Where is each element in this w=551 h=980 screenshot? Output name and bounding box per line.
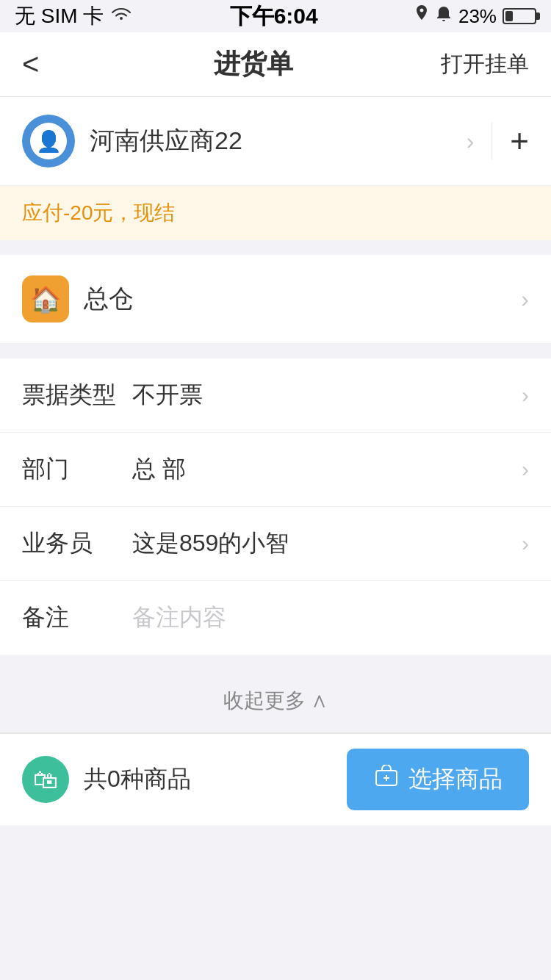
invoice-chevron-icon: › xyxy=(522,383,529,408)
warehouse-label: 总仓 xyxy=(84,282,521,316)
status-right: 23% xyxy=(414,5,536,28)
salesperson-chevron-icon: › xyxy=(522,531,529,556)
salesperson-row[interactable]: 业务员 这是859的小智 › xyxy=(0,507,551,581)
content: 👤 河南供应商22 › + 应付-20元，现结 🏠 总仓 › 票据类型 不开票 … xyxy=(0,97,551,980)
carrier-label: 无 SIM 卡 xyxy=(15,2,104,30)
back-button[interactable]: < xyxy=(22,48,66,81)
department-chevron-icon: › xyxy=(522,457,529,482)
supplier-row[interactable]: 👤 河南供应商22 › + xyxy=(0,97,551,186)
cart-icon: 🛍 xyxy=(33,765,58,794)
goods-count-label: 共0种商品 xyxy=(84,763,347,796)
person-icon: 👤 xyxy=(36,129,62,154)
supplier-avatar: 👤 xyxy=(22,115,75,167)
select-goods-cart-icon xyxy=(373,765,400,794)
invoice-type-value: 不开票 xyxy=(118,379,522,411)
remark-label: 备注 xyxy=(22,602,118,634)
status-left: 无 SIM 卡 xyxy=(15,2,133,30)
battery-label: 23% xyxy=(458,5,497,28)
bottom-bar: 🛍 共0种商品 选择商品 xyxy=(0,733,551,825)
warehouse-icon: 🏠 xyxy=(30,284,61,314)
add-supplier-button[interactable]: + xyxy=(510,123,529,159)
battery-icon xyxy=(503,8,536,24)
remark-input[interactable]: 备注内容 xyxy=(118,602,529,634)
collapse-label: 收起更多 ∧ xyxy=(223,687,328,715)
select-goods-label: 选择商品 xyxy=(408,763,503,796)
salesperson-label: 业务员 xyxy=(22,527,118,560)
open-pending-button[interactable]: 打开挂单 xyxy=(441,49,529,79)
alarm-icon xyxy=(435,5,453,28)
department-value: 总 部 xyxy=(118,453,522,486)
avatar-inner: 👤 xyxy=(30,123,67,159)
goods-icon-bg: 🛍 xyxy=(22,756,69,803)
vertical-divider xyxy=(491,123,492,159)
department-row[interactable]: 部门 总 部 › xyxy=(0,433,551,507)
wifi-icon xyxy=(109,4,133,28)
page-title: 进货单 xyxy=(214,46,293,82)
salesperson-value: 这是859的小智 xyxy=(118,527,522,560)
location-icon xyxy=(414,5,429,28)
supplier-name: 河南供应商22 xyxy=(90,124,467,158)
remark-row[interactable]: 备注 备注内容 xyxy=(0,581,551,655)
status-time: 下午6:04 xyxy=(230,1,318,32)
status-bar: 无 SIM 卡 下午6:04 23% xyxy=(0,0,551,32)
supplier-card: 👤 河南供应商22 › + 应付-20元，现结 xyxy=(0,97,551,240)
nav-bar: < 进货单 打开挂单 xyxy=(0,32,551,97)
warehouse-icon-bg: 🏠 xyxy=(22,275,69,323)
department-label: 部门 xyxy=(22,453,118,486)
invoice-type-label: 票据类型 xyxy=(22,379,118,411)
supplier-chevron-icon: › xyxy=(467,128,475,155)
invoice-type-row[interactable]: 票据类型 不开票 › xyxy=(0,359,551,433)
warehouse-chevron-icon: › xyxy=(521,286,529,313)
select-goods-button[interactable]: 选择商品 xyxy=(347,749,529,810)
warehouse-card: 🏠 总仓 › xyxy=(0,255,551,344)
warehouse-row[interactable]: 🏠 总仓 › xyxy=(0,255,551,344)
collapse-row[interactable]: 收起更多 ∧ xyxy=(0,669,551,733)
supplier-alert: 应付-20元，现结 xyxy=(0,186,551,240)
empty-space xyxy=(0,825,551,980)
form-card: 票据类型 不开票 › 部门 总 部 › 业务员 这是859的小智 › 备注 备注… xyxy=(0,359,551,655)
